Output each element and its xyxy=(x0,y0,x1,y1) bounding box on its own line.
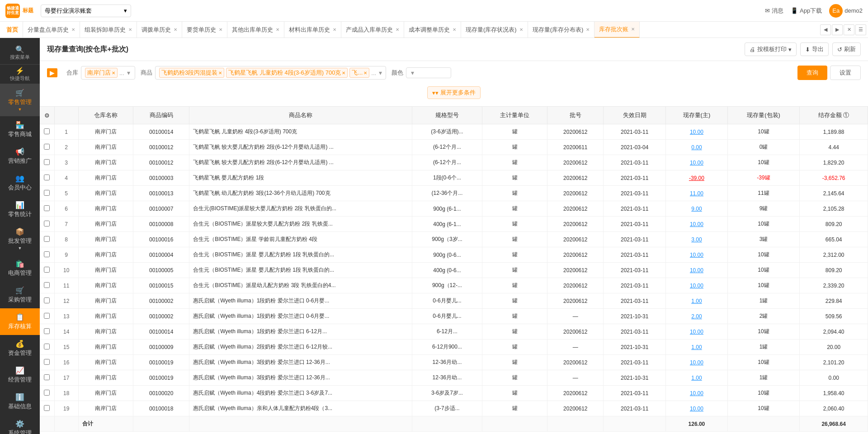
tab-close-icon[interactable]: ✕ xyxy=(396,27,399,32)
tab-close-icon[interactable]: ✕ xyxy=(276,27,279,32)
template-print-btn[interactable]: 🖨 按模板打印 ▾ xyxy=(745,42,797,56)
sidebar-search[interactable]: 🔍 搜索菜单 xyxy=(0,42,40,65)
cell-checkbox[interactable] xyxy=(40,201,54,217)
cell-qty-main[interactable]: 10.00 xyxy=(666,217,728,232)
cell-qty-main[interactable]: 1.00 xyxy=(666,370,728,386)
cell-qty-main[interactable]: 10.00 xyxy=(666,247,728,263)
tab-6[interactable]: 材料出库单历史✕ xyxy=(284,22,341,38)
color-tag-box[interactable]: ▾ xyxy=(406,67,451,78)
tab-3[interactable]: 调拨单历史✕ xyxy=(137,22,182,38)
sidebar-item-inventory[interactable]: 📋 库存核算 xyxy=(0,308,40,335)
tab-close-icon[interactable]: ✕ xyxy=(128,27,132,32)
tab-10[interactable]: 现存量(库存分布表)✕ xyxy=(528,22,595,38)
cell-checkbox[interactable] xyxy=(40,324,54,340)
refresh-btn[interactable]: ↺ 刷新 xyxy=(832,42,861,56)
cell-checkbox[interactable] xyxy=(40,278,54,293)
cell-qty-main[interactable]: 10.00 xyxy=(666,401,728,416)
cell-qty-main[interactable]: 11.00 xyxy=(666,186,728,201)
user-avatar-btn[interactable]: Ea demo2 xyxy=(829,4,863,18)
message-btn[interactable]: ✉ 消息 xyxy=(765,7,783,15)
tab-8[interactable]: 成本调整单历史✕ xyxy=(404,22,461,38)
cell-qty-main[interactable]: 10.00 xyxy=(666,324,728,340)
cell-qty-main[interactable]: 2.00 xyxy=(666,309,728,324)
cell-qty-main[interactable]: 0.00 xyxy=(666,140,728,155)
tab-close-icon[interactable]: ✕ xyxy=(71,27,75,32)
tab-next-btn[interactable]: ▶ xyxy=(832,24,843,35)
tab-7[interactable]: 产成品入库单历史✕ xyxy=(341,22,404,38)
cell-checkbox[interactable] xyxy=(40,293,54,309)
tab-11[interactable]: 库存批次账✕ xyxy=(594,22,640,38)
cell-checkbox[interactable] xyxy=(40,247,54,263)
product-tag-box[interactable]: 飞鹤奶粉3段丙混提装 ✕ 飞鹤星飞帆 儿童奶粉 4段(3-6岁适用) 700克 … xyxy=(155,66,386,80)
cell-checkbox[interactable] xyxy=(40,124,54,140)
sidebar-item-retail-stats[interactable]: 📊 零售统计 xyxy=(0,196,40,223)
product-dropdown-icon[interactable]: ▾ xyxy=(379,69,382,76)
th-gear[interactable]: ⚙ xyxy=(40,107,54,124)
sidebar-item-member[interactable]: 👥 会员中心 xyxy=(0,170,40,196)
cell-qty-main[interactable]: 9.00 xyxy=(666,201,728,217)
tab-close-icon[interactable]: ✕ xyxy=(219,27,222,32)
cell-checkbox[interactable] xyxy=(40,170,54,186)
tab-2[interactable]: 组装拆卸单历史✕ xyxy=(80,22,137,38)
cell-qty-main[interactable]: 10.00 xyxy=(666,386,728,401)
tab-close-icon[interactable]: ✕ xyxy=(586,27,590,32)
expand-arrow-btn[interactable]: ▶ xyxy=(47,68,57,77)
cell-checkbox[interactable] xyxy=(40,140,54,155)
sidebar-item-wholesale[interactable]: 📦 批发管理 ▼ xyxy=(0,223,40,255)
tab-close-icon[interactable]: ✕ xyxy=(453,27,456,32)
sidebar-item-finance[interactable]: 💰 资金管理 xyxy=(0,335,40,362)
cell-checkbox[interactable] xyxy=(40,386,54,401)
tab-close-icon[interactable]: ✕ xyxy=(631,27,635,32)
sidebar-item-purchase[interactable]: 🛒 采购管理 xyxy=(0,282,40,308)
sidebar-item-system[interactable]: ⚙️ 系统管理 xyxy=(0,415,40,434)
color-dropdown-icon[interactable]: ▾ xyxy=(411,69,414,76)
app-download-btn[interactable]: 📱 App下载 xyxy=(791,7,822,15)
tab-home[interactable]: 首页 xyxy=(2,22,23,38)
tag-close-icon[interactable]: ✕ xyxy=(112,71,115,75)
sidebar-item-retail-mgmt[interactable]: 🛒 零售管理 ▼ xyxy=(0,84,40,116)
cell-checkbox[interactable] xyxy=(40,401,54,416)
sidebar-item-base-info[interactable]: ℹ️ 基础信息 xyxy=(0,388,40,415)
cell-qty-main[interactable]: 10.00 xyxy=(666,355,728,370)
cell-qty-main[interactable]: -39.00 xyxy=(666,170,728,186)
sidebar-item-ecommerce[interactable]: 🛍️ 电商管理 xyxy=(0,255,40,282)
warehouse-dropdown-icon[interactable]: ▾ xyxy=(127,69,130,76)
tab-1[interactable]: 分量盘点单历史✕ xyxy=(23,22,80,38)
sidebar-item-marketing[interactable]: 📢 营销推广 xyxy=(0,143,40,170)
tag-close-icon[interactable]: ✕ xyxy=(218,71,222,75)
cell-checkbox[interactable] xyxy=(40,217,54,232)
cell-checkbox[interactable] xyxy=(40,232,54,247)
tab-close-icon[interactable]: ✕ xyxy=(519,27,523,32)
tab-menu-btn[interactable]: ☰ xyxy=(855,24,866,35)
cell-qty-main[interactable]: 1.00 xyxy=(666,293,728,309)
query-btn[interactable]: 查询 xyxy=(797,66,827,80)
cell-checkbox[interactable] xyxy=(40,309,54,324)
cell-checkbox[interactable] xyxy=(40,155,54,170)
cell-qty-main[interactable]: 10.00 xyxy=(666,263,728,278)
cell-checkbox[interactable] xyxy=(40,370,54,386)
tab-9[interactable]: 现存量(库存状况表)✕ xyxy=(461,22,528,38)
cell-checkbox[interactable] xyxy=(40,263,54,278)
cell-checkbox[interactable] xyxy=(40,340,54,355)
tab-prev-btn[interactable]: ◀ xyxy=(820,24,831,35)
tab-close-icon[interactable]: ✕ xyxy=(174,27,177,32)
cell-qty-main[interactable]: 1.00 xyxy=(666,340,728,355)
warehouse-tag-box[interactable]: 南岸门店 ✕ ... ▾ xyxy=(81,66,135,80)
cell-qty-main[interactable]: 10.00 xyxy=(666,278,728,293)
tag-close-icon[interactable]: ✕ xyxy=(363,71,367,75)
cell-qty-main[interactable]: 10.00 xyxy=(666,124,728,140)
cell-qty-main[interactable]: 3.00 xyxy=(666,232,728,247)
cell-qty-main[interactable]: 10.00 xyxy=(666,155,728,170)
nav-selector[interactable]: 母婴行业演示账套 ▾ xyxy=(41,5,131,17)
settings-btn[interactable]: 设置 xyxy=(830,66,861,80)
tab-4[interactable]: 要货单历史✕ xyxy=(182,22,227,38)
tab-close-all-btn[interactable]: ✕ xyxy=(844,24,854,35)
cell-checkbox[interactable] xyxy=(40,355,54,370)
expand-more-btn[interactable]: ▾▾ 展开更多条件 xyxy=(427,86,481,99)
sidebar-quick-nav[interactable]: ⚡ 快捷导航 xyxy=(0,65,40,84)
tab-5[interactable]: 其他出库单历史✕ xyxy=(227,22,284,38)
tab-close-icon[interactable]: ✕ xyxy=(333,27,336,32)
sidebar-item-retail-mall[interactable]: 🏪 零售商城 xyxy=(0,116,40,143)
export-btn[interactable]: ⬇ 导出 xyxy=(800,42,829,56)
tag-close-icon[interactable]: ✕ xyxy=(342,71,345,75)
